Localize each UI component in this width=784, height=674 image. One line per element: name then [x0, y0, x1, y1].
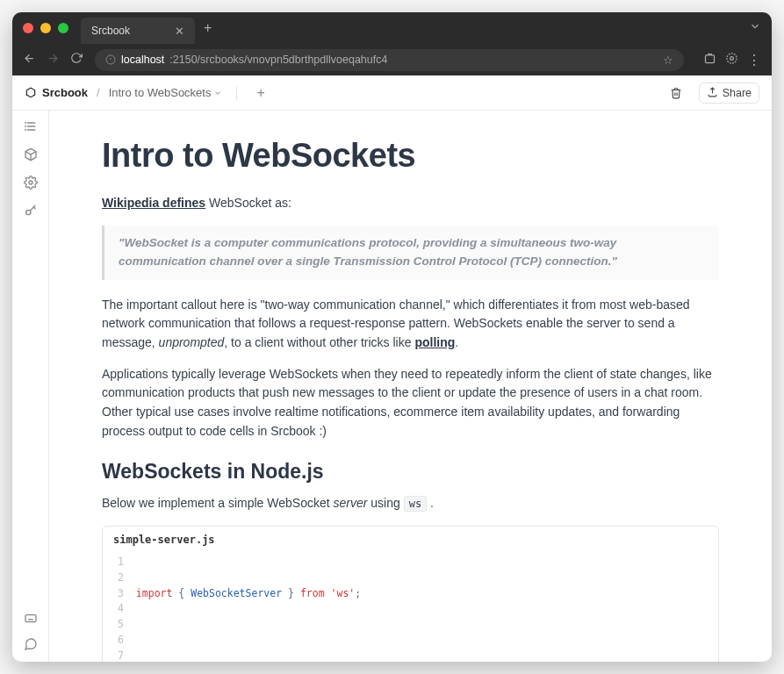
window-minimize-button[interactable]: [40, 23, 51, 33]
add-cell-button[interactable]: +: [251, 83, 270, 103]
browser-tab[interactable]: Srcbook ✕: [81, 18, 195, 44]
package-icon[interactable]: [24, 147, 38, 161]
nav-reload-icon[interactable]: [70, 52, 83, 68]
code-lines: import { WebSocketServer } from 'ws'; //…: [136, 555, 709, 662]
profile-icon[interactable]: [725, 52, 738, 68]
delete-button[interactable]: [662, 82, 690, 104]
close-tab-icon[interactable]: ✕: [175, 25, 184, 38]
site-info-icon[interactable]: [105, 54, 116, 65]
svg-point-7: [730, 56, 734, 60]
hexagon-icon: [25, 87, 37, 99]
svg-point-17: [25, 210, 30, 214]
feedback-icon[interactable]: [24, 637, 38, 651]
line-gutter: 1234567891011: [111, 555, 136, 662]
brand-text: Srcbook: [42, 86, 88, 99]
window-maximize-button[interactable]: [58, 23, 68, 33]
page-title: Intro to WebSockets: [102, 137, 719, 175]
code-filename[interactable]: simple-server.js: [103, 527, 718, 553]
brand-link[interactable]: Srcbook: [25, 86, 88, 99]
keyboard-icon[interactable]: [24, 611, 38, 625]
paragraph-2: Applications typically leverage WebSocke…: [102, 365, 719, 441]
url-host: localhost: [121, 54, 164, 66]
browser-titlebar: Srcbook ✕ +: [12, 12, 772, 44]
chevron-down-icon: [213, 89, 222, 97]
definition-blockquote: "WebSocket is a computer communications …: [102, 226, 719, 280]
window-close-button[interactable]: [23, 23, 33, 33]
browser-urlbar: localhost:2150/srcbooks/vnovpn5dbrthpdll…: [12, 44, 772, 75]
address-bar[interactable]: localhost:2150/srcbooks/vnovpn5dbrthpdll…: [95, 49, 684, 71]
inline-code-ws: ws: [404, 496, 427, 512]
browser-tab-title: Srcbook: [91, 25, 130, 37]
breadcrumb-item[interactable]: Intro to WebSockets: [109, 86, 223, 99]
svg-rect-5: [706, 54, 715, 62]
svg-rect-18: [25, 615, 36, 622]
paragraph-3: Below we implement a simple WebSocket se…: [102, 494, 719, 513]
svg-point-12: [25, 123, 25, 124]
url-path: :2150/srcbooks/vnovpn5dbrthpdllvoeqahufc…: [169, 54, 387, 66]
tabs-dropdown-icon[interactable]: [749, 20, 761, 36]
extensions-icon[interactable]: [703, 52, 716, 68]
new-tab-button[interactable]: +: [204, 20, 212, 36]
svg-point-14: [25, 130, 25, 131]
svg-point-16: [29, 181, 32, 184]
key-icon[interactable]: [24, 204, 38, 218]
upload-icon: [707, 87, 718, 98]
settings-icon[interactable]: [24, 176, 38, 190]
nav-forward-icon[interactable]: [47, 52, 60, 68]
intro-paragraph: Wikipedia defines WebSocket as:: [102, 194, 719, 213]
svg-point-13: [25, 126, 25, 127]
sidebar: [12, 111, 49, 662]
trash-icon: [670, 87, 682, 99]
nav-back-icon[interactable]: [23, 52, 36, 68]
document-content: Intro to WebSockets Wikipedia defines We…: [49, 111, 772, 662]
browser-menu-icon[interactable]: ⋮: [747, 52, 761, 68]
code-editor[interactable]: 1234567891011 import { WebSocketServer }…: [103, 553, 718, 662]
wikipedia-link[interactable]: Wikipedia defines: [102, 196, 205, 210]
divider: [236, 86, 237, 100]
app-header: Srcbook / Intro to WebSockets + Share: [12, 75, 772, 111]
polling-link[interactable]: polling: [414, 335, 455, 349]
bookmark-star-icon[interactable]: ☆: [663, 54, 673, 67]
breadcrumb-separator: /: [97, 86, 100, 99]
share-button[interactable]: Share: [699, 82, 759, 104]
outline-icon[interactable]: [24, 119, 38, 133]
code-cell: simple-server.js 1234567891011 import { …: [102, 526, 719, 662]
heading-node: WebSockets in Node.js: [102, 460, 719, 484]
svg-point-6: [727, 53, 737, 62]
paragraph-1: The important callout here is "two-way c…: [102, 296, 719, 353]
